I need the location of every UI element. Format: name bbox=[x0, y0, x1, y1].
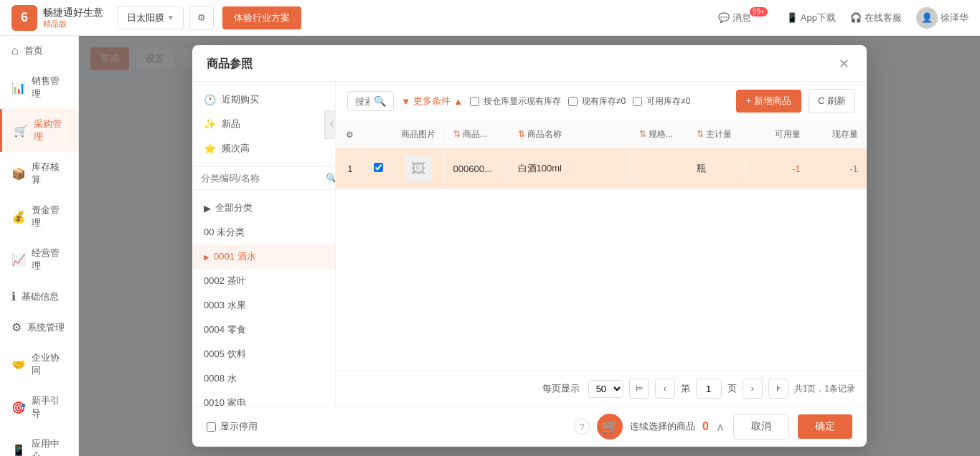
category-fruit-text: 0003 水果 bbox=[204, 299, 246, 312]
row-checkbox[interactable] bbox=[374, 163, 383, 172]
category-liquor[interactable]: ▶ 0001 酒水 bbox=[192, 244, 335, 269]
stock-ne0-checkbox[interactable] bbox=[568, 97, 578, 106]
category-beverage[interactable]: 0005 饮料 bbox=[192, 342, 335, 366]
th-unit[interactable]: ⇅ 主计量 bbox=[687, 121, 745, 148]
category-snack-text: 0004 零食 bbox=[204, 323, 246, 336]
page-label: 第 bbox=[681, 382, 690, 395]
sidebar-item-finance[interactable]: 💰 资金管理 bbox=[0, 195, 78, 238]
finance-icon: 💰 bbox=[11, 210, 26, 224]
th-spec[interactable]: ⇅ 规格... bbox=[630, 121, 687, 148]
category-all[interactable]: ▶ 全部分类 bbox=[192, 196, 335, 220]
modal-right-panel: 🔍 ▼ 更多条件 ▲ 按仓库显示现有库存 bbox=[336, 82, 867, 406]
category-search-input[interactable] bbox=[201, 173, 321, 184]
app-download-item[interactable]: 📱 App下载 bbox=[786, 11, 836, 24]
page-total-info: 共1页，1条记录 bbox=[794, 383, 855, 395]
category-tea[interactable]: 0002 茶叶 bbox=[192, 269, 335, 293]
sidebar-item-basics[interactable]: ℹ 基础信息 bbox=[0, 281, 78, 312]
warehouse-checkbox-group[interactable]: 按仓库显示现有库存 bbox=[470, 95, 561, 108]
help-icon[interactable]: ? bbox=[574, 419, 590, 434]
filter-button[interactable]: ▼ 更多条件 ▲ bbox=[401, 95, 463, 108]
collapse-button[interactable]: 《 bbox=[324, 110, 336, 139]
sidebar-system-label: 系统管理 bbox=[27, 321, 65, 334]
show-disabled-checkbox[interactable] bbox=[207, 422, 216, 432]
modal-title: 商品参照 bbox=[207, 57, 253, 72]
modal-close-button[interactable]: ✕ bbox=[835, 55, 852, 72]
th-code[interactable]: ⇅ 商品... bbox=[444, 121, 509, 148]
th-available: 可用量 bbox=[745, 121, 809, 148]
per-page-select[interactable]: 50 bbox=[588, 380, 623, 398]
add-goods-button[interactable]: + 新增商品 bbox=[736, 90, 801, 113]
cancel-button[interactable]: 取消 bbox=[733, 414, 789, 440]
confirm-button[interactable]: 确定 bbox=[798, 414, 852, 439]
category-snack[interactable]: 0004 零食 bbox=[192, 318, 335, 342]
sales-icon: 📊 bbox=[11, 81, 26, 95]
sidebar-item-sales[interactable]: 📊 销售管理 bbox=[0, 66, 78, 109]
row-checkbox-cell[interactable] bbox=[364, 148, 392, 189]
guide-icon: 🎯 bbox=[11, 401, 26, 414]
messages-label: 消息 bbox=[732, 11, 751, 24]
system-icon: ⚙ bbox=[11, 320, 22, 334]
th-settings[interactable]: ⚙ bbox=[336, 121, 364, 148]
online-service-item[interactable]: 🎧 在线客服 bbox=[850, 11, 902, 24]
cart-button[interactable]: 🛒 bbox=[597, 414, 623, 440]
sidebar-item-apps[interactable]: 📱 应用中心 bbox=[0, 429, 78, 456]
search-input-wrap: 🔍 bbox=[347, 91, 394, 111]
search-input[interactable] bbox=[355, 96, 369, 107]
show-disabled-group[interactable]: 显示停用 bbox=[207, 420, 258, 433]
category-uncategorized[interactable]: 00 未分类 bbox=[192, 220, 335, 244]
category-water[interactable]: 0008 水 bbox=[192, 366, 335, 391]
settings-icon-btn[interactable]: ⚙ bbox=[189, 6, 214, 30]
stock-ne0-checkbox-group[interactable]: 现有库存≠0 bbox=[568, 95, 626, 108]
page-number-input[interactable] bbox=[696, 379, 722, 399]
store-selector[interactable]: 日太阳膜 ▼ bbox=[118, 6, 184, 29]
page-next-btn[interactable]: › bbox=[743, 379, 763, 399]
page-content: 查询 设置 刷新 商品参照 ✕ 🕐 bbox=[79, 36, 980, 456]
sidebar-purchase-label: 采购管理 bbox=[34, 118, 67, 143]
logo-text-block: 畅捷通好生意 精品版 bbox=[43, 6, 103, 29]
category-fruit[interactable]: 0003 水果 bbox=[192, 293, 335, 318]
cart-collapse-arrow[interactable]: ∧ bbox=[716, 420, 725, 434]
category-search-icon[interactable]: 🔍 bbox=[326, 173, 336, 184]
sidebar-item-system[interactable]: ⚙ 系统管理 bbox=[0, 312, 78, 343]
messages-item[interactable]: 💬 消息 99+ bbox=[718, 11, 772, 24]
table-row[interactable]: 1 🖼 bbox=[336, 148, 867, 189]
inventory-icon: 📦 bbox=[11, 167, 26, 181]
avail-ne0-checkbox-group[interactable]: 可用库存≠0 bbox=[633, 95, 690, 108]
store-dropdown-arrow: ▼ bbox=[167, 14, 174, 22]
sidebar-guide-label: 新手引导 bbox=[32, 394, 67, 420]
sidebar-item-home[interactable]: ⌂ 首页 bbox=[0, 36, 78, 66]
quick-link-new[interactable]: ✨ 新品 bbox=[192, 112, 335, 136]
th-code-label: 商品... bbox=[463, 129, 487, 139]
th-name[interactable]: ⇅ 商品名称 bbox=[509, 121, 630, 148]
category-search: 🔍 bbox=[192, 167, 335, 190]
user-area[interactable]: 👤 徐泽华 bbox=[916, 7, 969, 29]
page-prev-btn[interactable]: ‹ bbox=[655, 379, 675, 399]
sidebar-item-guide[interactable]: 🎯 新手引导 bbox=[0, 386, 78, 429]
category-appliance[interactable]: 0010 家电 bbox=[192, 391, 335, 406]
data-table: ⚙ 商品图片 ⇅ 商品... bbox=[336, 121, 867, 371]
modal-header: 商品参照 ✕ bbox=[192, 45, 867, 82]
sidebar-item-purchase[interactable]: 🛒 采购管理 bbox=[0, 109, 78, 152]
sidebar-item-inventory[interactable]: 📦 库存核算 bbox=[0, 152, 78, 195]
app-name: 畅捷通好生意 bbox=[43, 6, 103, 19]
experience-button[interactable]: 体验行业方案 bbox=[222, 6, 301, 29]
refresh-button[interactable]: C 刷新 bbox=[809, 89, 855, 113]
avail-ne0-label: 可用库存≠0 bbox=[646, 95, 690, 108]
page-last-btn[interactable]: ⊧ bbox=[768, 379, 788, 399]
warehouse-checkbox[interactable] bbox=[470, 97, 479, 106]
product-img-placeholder: 🖼 bbox=[411, 161, 425, 177]
sidebar-inventory-label: 库存核算 bbox=[32, 161, 67, 186]
sidebar-apps-label: 应用中心 bbox=[32, 437, 67, 456]
row-image-cell: 🖼 bbox=[392, 148, 444, 189]
sidebar-item-operations[interactable]: 📈 经营管理 bbox=[0, 238, 78, 281]
search-submit-icon[interactable]: 🔍 bbox=[374, 95, 386, 107]
message-icon: 💬 bbox=[718, 12, 730, 23]
avail-ne0-checkbox[interactable] bbox=[633, 97, 642, 106]
quick-link-frequent[interactable]: ⭐ 频次高 bbox=[192, 136, 335, 161]
goods-table: ⚙ 商品图片 ⇅ 商品... bbox=[336, 121, 867, 189]
username: 徐泽华 bbox=[941, 11, 969, 24]
app-download-label: App下载 bbox=[801, 11, 836, 24]
page-first-btn[interactable]: ⊨ bbox=[629, 379, 649, 399]
sidebar-item-enterprise[interactable]: 🤝 企业协同 bbox=[0, 343, 78, 386]
quick-link-recent[interactable]: 🕐 近期购买 bbox=[192, 87, 335, 112]
